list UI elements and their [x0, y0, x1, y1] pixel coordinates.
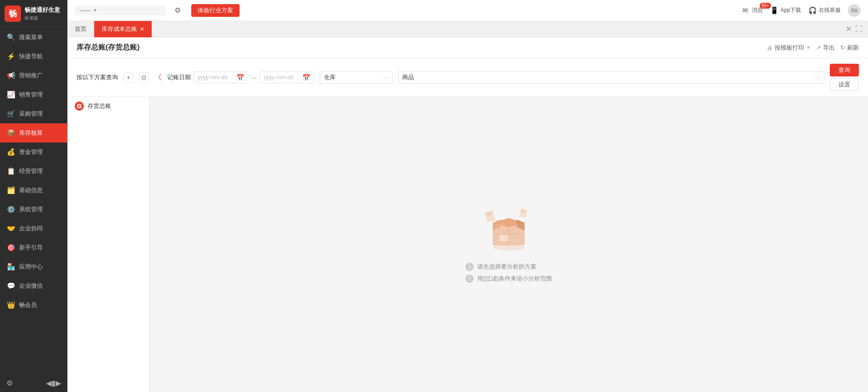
headset-icon: 🎧 [808, 6, 817, 15]
sidebar-item-label: 新手引导 [19, 244, 43, 252]
empty-tip-2: 2 用[过滤]条件来缩小分析范围 [465, 275, 551, 283]
filter-clear-button[interactable]: ⊙ [139, 72, 149, 82]
topbar-left: ▪▪▪▪▪▪ ▼ ⚙ 体验行业方案 [75, 4, 742, 17]
sidebar-item-wechat[interactable]: 💬 企业微信 [0, 276, 67, 295]
sidebar-item-label: 营销推广 [19, 71, 43, 80]
sidebar-item-finance[interactable]: 💰 资金管理 [0, 143, 67, 162]
sidebar-item-label: 搜索菜单 [19, 33, 43, 41]
sidebar-item-purchase[interactable]: 🛒 采购管理 [0, 104, 67, 123]
export-button[interactable]: ↗ 导出 [816, 44, 835, 52]
sidebar-item-label: 企业微信 [19, 282, 43, 290]
tab-home[interactable]: 首页 [67, 21, 94, 37]
scheme-sidebar: 存货总账 [67, 97, 149, 392]
sidebar-item-marketing[interactable]: 📢 营销推广 [0, 66, 67, 85]
sidebar-item-label: 销售管理 [19, 91, 43, 99]
printer-icon: 🖨 [767, 44, 773, 51]
product-more-icon: ··· [815, 74, 820, 81]
topbar-gear-button[interactable]: ⚙ [171, 4, 184, 17]
logo-text: 畅捷通好生意 标准版 [25, 6, 60, 21]
toggle-sidebar-icon[interactable]: ◀▮▶ [46, 379, 61, 387]
sidebar-item-appstore[interactable]: 🏪 应用中心 [0, 257, 67, 276]
sidebar-item-system[interactable]: ⚙️ 系统管理 [0, 200, 67, 219]
sidebar-item-label: 快捷导航 [19, 52, 43, 61]
empty-state: 1 请先选择要分析的方案 2 用[过滤]条件来缩小分析范围 [149, 97, 868, 392]
sidebar-item-label: 经营管理 [19, 167, 43, 175]
date-start-input[interactable]: yyyy-mm-dd 📅 [194, 71, 248, 83]
purchase-icon: 🛒 [6, 109, 15, 118]
calendar-start-icon: 📅 [236, 74, 244, 81]
main-area: ▪▪▪▪▪▪ ▼ ⚙ 体验行业方案 ✉ 消息 99+ 📱 App下载 🎧 在线客… [67, 0, 868, 392]
sidebar-item-member[interactable]: 👑 畅会员 [0, 295, 67, 315]
sidebar-item-label: 库存核算 [19, 129, 43, 137]
sidebar-item-inventory[interactable]: 📦 库存核算 [0, 123, 67, 143]
user-avatar[interactable]: Rit [848, 4, 861, 17]
tip-text-2: 用[过滤]条件来缩小分析范围 [477, 275, 551, 283]
online-service-label: 在线客服 [819, 6, 841, 14]
sidebar-item-sales[interactable]: 📈 销售管理 [0, 85, 67, 104]
appstore-icon: 🏪 [6, 262, 15, 271]
scheme-item-inventory-ledger[interactable]: 存货总账 [67, 97, 149, 115]
tab-close-icon[interactable]: ✕ [140, 26, 144, 32]
system-icon: ⚙️ [6, 205, 15, 214]
filter-label: 按以下方案查询 [77, 73, 118, 81]
page-header-actions: 🖨 按模板打印 ▼ ↗ 导出 ↻ 刷新 [767, 44, 859, 57]
page-title: 库存总账(存货总账) [77, 43, 140, 58]
user-name: Rit [851, 8, 857, 13]
filter-actions: 查询 设置 [830, 64, 859, 91]
topbar-search-area[interactable]: ▪▪▪▪▪▪ ▼ [75, 5, 166, 15]
export-icon: ↗ [816, 44, 821, 51]
message-button[interactable]: ✉ 消息 99+ [742, 6, 763, 15]
basic-icon: 🗂️ [6, 186, 15, 195]
tab-home-label: 首页 [75, 25, 87, 33]
sidebar-item-basic[interactable]: 🗂️ 基础信息 [0, 181, 67, 200]
filter-collapse-button[interactable]: 《 [154, 73, 162, 82]
close-panel-icon[interactable]: ✕ [846, 25, 852, 33]
operation-icon: 📋 [6, 167, 15, 176]
sidebar-item-operation[interactable]: 📋 经营管理 [0, 162, 67, 181]
warehouse-select[interactable]: 仓库 ··· [320, 71, 393, 84]
scheme-item-label: 存货总账 [87, 102, 111, 110]
sidebar-item-label: 畅会员 [19, 301, 37, 309]
date-end-input[interactable]: yyyy-mm-dd 📅 [260, 71, 314, 83]
marketing-icon: 📢 [6, 71, 15, 80]
industry-button[interactable]: 体验行业方案 [191, 4, 240, 17]
sidebar-item-shortcut[interactable]: ⚡ 快捷导航 [0, 47, 67, 66]
enterprise-icon: 🤝 [6, 224, 15, 233]
print-dropdown-icon[interactable]: ▼ [806, 45, 811, 50]
tip-number-2: 2 [465, 275, 474, 283]
tip-number-1: 1 [465, 263, 474, 271]
search-icon: 🔍 [6, 33, 15, 42]
sidebar-item-label: 企业协同 [19, 224, 43, 233]
date-input-group: 记账日期 yyyy-mm-dd 📅 — yyyy-mm-dd 📅 [167, 71, 314, 83]
query-button[interactable]: 查询 [830, 64, 859, 76]
app-download-button[interactable]: 📱 App下载 [770, 6, 801, 15]
calendar-end-icon: 📅 [302, 74, 310, 81]
filter-add-button[interactable]: + [123, 72, 133, 82]
refresh-button[interactable]: ↻ 刷新 [840, 44, 859, 52]
expand-icon[interactable]: ⛶ [855, 25, 863, 33]
online-service-button[interactable]: 🎧 在线客服 [808, 6, 841, 15]
sidebar-item-enterprise[interactable]: 🤝 企业协同 [0, 219, 67, 238]
sidebar-nav: 🔍 搜索菜单 ⚡ 快捷导航 📢 营销推广 📈 销售管理 🛒 采购管理 📦 库存核… [0, 28, 67, 374]
page-content: 库存总账(存货总账) 🖨 按模板打印 ▼ ↗ 导出 ↻ 刷新 按以下方案查询 [67, 37, 868, 392]
content-body: 存货总账 [67, 97, 868, 392]
sidebar-item-label: 系统管理 [19, 205, 43, 214]
tip-text-1: 请先选择要分析的方案 [477, 263, 536, 271]
sidebar-item-label: 资金管理 [19, 148, 43, 156]
empty-tips: 1 请先选择要分析的方案 2 用[过滤]条件来缩小分析范围 [465, 263, 551, 283]
setting-button[interactable]: 设置 [830, 78, 859, 91]
sidebar-item-search[interactable]: 🔍 搜索菜单 [0, 28, 67, 47]
shortcut-icon: ⚡ [6, 52, 15, 61]
tab-inventory-cost[interactable]: 库存成本总账 ✕ [94, 21, 152, 37]
settings-icon[interactable]: ⚙ [6, 379, 13, 387]
sidebar-item-guide[interactable]: 🎯 新手引导 [0, 238, 67, 257]
refresh-icon: ↻ [840, 44, 845, 51]
phone-icon: 📱 [770, 6, 779, 15]
product-label: 商品 [402, 73, 414, 81]
logo-icon: 畅 [5, 5, 21, 22]
product-select[interactable]: 商品 ··· [398, 71, 824, 84]
guide-icon: 🎯 [6, 243, 15, 252]
print-button[interactable]: 🖨 按模板打印 ▼ [767, 44, 811, 52]
sidebar: 畅 畅捷通好生意 标准版 🔍 搜索菜单 ⚡ 快捷导航 📢 营销推广 📈 销售管理… [0, 0, 67, 392]
finance-icon: 💰 [6, 148, 15, 157]
